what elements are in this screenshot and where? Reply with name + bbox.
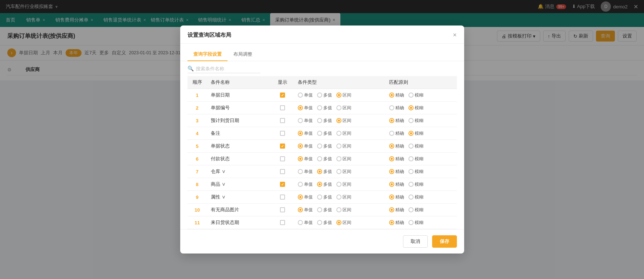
dialog-tab-query[interactable]: 查询字段设置	[187, 48, 228, 61]
th-name: 条件名称	[207, 76, 270, 80]
dialog-close-button[interactable]: ×	[453, 31, 457, 39]
th-show: 显示	[270, 76, 294, 80]
dialog-header: 设置查询区域布局 ×	[180, 25, 464, 44]
search-icon: 🔍	[187, 66, 194, 71]
dialog-tab-query-label: 查询字段设置	[193, 51, 222, 57]
th-order: 顺序	[187, 76, 207, 80]
settings-dialog: 设置查询区域布局 × 查询字段设置 布局调整 🔍 顺序	[180, 25, 464, 80]
th-match: 匹配原则	[386, 76, 457, 80]
dialog-tabs: 查询字段设置 布局调整	[180, 44, 464, 61]
dialog-table-wrap: 顺序 条件名称 显示 条件类型 匹配原则 1单据日期单值多值区间精确模糊2单据编…	[180, 76, 464, 80]
search-input[interactable]	[196, 66, 254, 71]
dialog-search-area: 🔍	[180, 61, 464, 76]
search-box: 🔍	[187, 66, 260, 73]
dialog-tab-layout[interactable]: 布局调整	[228, 48, 258, 61]
dialog-tab-layout-label: 布局调整	[233, 51, 252, 57]
th-type: 条件类型	[294, 76, 385, 80]
conditions-table: 顺序 条件名称 显示 条件类型 匹配原则 1单据日期单值多值区间精确模糊2单据编…	[187, 76, 457, 80]
dialog-title: 设置查询区域布局	[187, 32, 231, 39]
dialog-overlay: 设置查询区域布局 × 查询字段设置 布局调整 🔍 顺序	[0, 0, 644, 80]
